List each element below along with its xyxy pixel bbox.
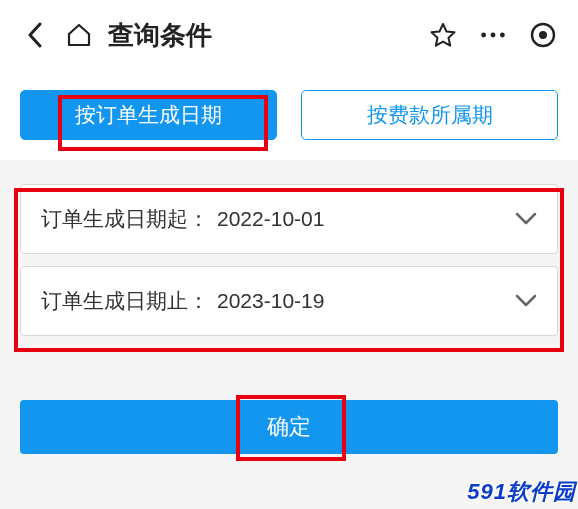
- svg-point-2: [500, 33, 505, 38]
- svg-point-1: [491, 33, 496, 38]
- submit-row: 确定: [0, 386, 578, 468]
- date-start-value: 2022-10-01: [217, 207, 324, 231]
- target-icon[interactable]: [528, 20, 558, 50]
- chevron-down-icon: [515, 207, 537, 231]
- date-start-label: 订单生成日期起：: [41, 205, 209, 233]
- date-range-section: 订单生成日期起： 2022-10-01 订单生成日期止： 2023-10-19: [0, 164, 578, 356]
- more-icon[interactable]: [478, 20, 508, 50]
- app-header: 查询条件: [0, 0, 578, 70]
- date-end-field[interactable]: 订单生成日期止： 2023-10-19: [20, 266, 558, 336]
- page-title: 查询条件: [108, 18, 212, 53]
- date-end-label: 订单生成日期止：: [41, 287, 209, 315]
- confirm-button[interactable]: 确定: [20, 400, 558, 454]
- date-start-field[interactable]: 订单生成日期起： 2022-10-01: [20, 184, 558, 254]
- watermark: 591软件园: [467, 477, 576, 507]
- svg-point-4: [539, 31, 547, 39]
- tabs: 按订单生成日期 按费款所属期: [0, 70, 578, 160]
- header-left: 查询条件: [20, 18, 212, 53]
- header-right: [428, 20, 558, 50]
- tab-by-order-date[interactable]: 按订单生成日期: [20, 90, 277, 140]
- svg-point-0: [481, 33, 486, 38]
- tab-by-fee-period[interactable]: 按费款所属期: [301, 90, 558, 140]
- home-icon[interactable]: [64, 20, 94, 50]
- back-icon[interactable]: [20, 20, 50, 50]
- star-icon[interactable]: [428, 20, 458, 50]
- chevron-down-icon: [515, 289, 537, 313]
- date-end-value: 2023-10-19: [217, 289, 324, 313]
